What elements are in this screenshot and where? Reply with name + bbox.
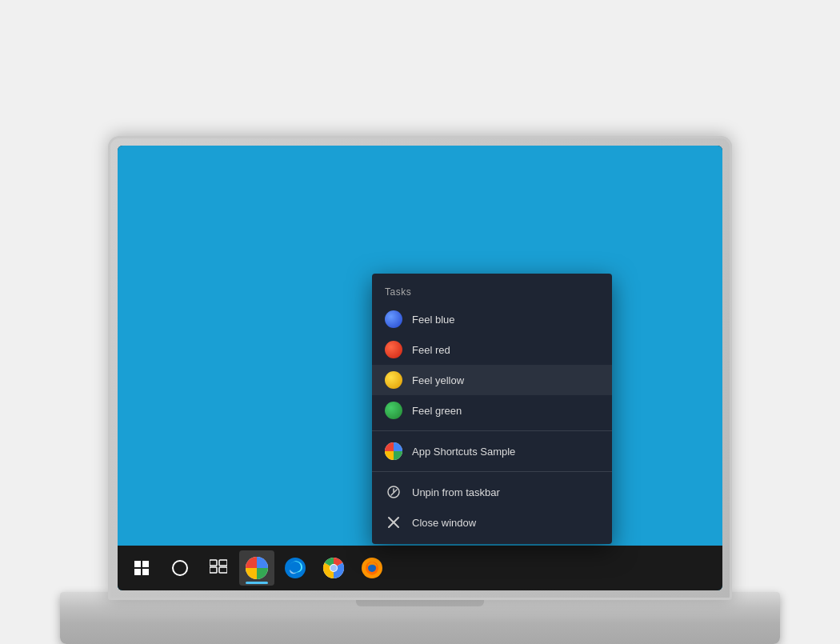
menu-item-close-window[interactable]: Close window xyxy=(372,507,612,538)
firefox-icon xyxy=(361,557,383,579)
chrome-icon xyxy=(322,557,345,579)
svg-rect-8 xyxy=(219,560,227,566)
taskbar-app-shortcuts-button[interactable] xyxy=(239,550,274,586)
feel-blue-label: Feel blue xyxy=(412,314,454,326)
unpin-icon xyxy=(385,483,402,501)
context-menu-section-label: Tasks xyxy=(372,283,612,304)
menu-divider-1 xyxy=(372,430,612,431)
svg-rect-9 xyxy=(219,567,227,573)
menu-item-unpin[interactable]: Unpin from taskbar xyxy=(372,477,612,507)
feel-yellow-label: Feel yellow xyxy=(412,374,464,386)
taskbar-firefox-button[interactable] xyxy=(354,550,390,586)
screen-bezel: Tasks Feel blue Feel red Feel yellow xyxy=(118,146,722,590)
menu-item-feel-green[interactable]: Feel green xyxy=(372,395,612,426)
taskbar-search-button[interactable] xyxy=(162,550,198,586)
feel-green-icon xyxy=(385,402,402,419)
close-window-icon xyxy=(385,514,402,531)
feel-red-icon xyxy=(385,341,402,358)
feel-blue-icon xyxy=(385,310,402,328)
taskbar-edge-button[interactable] xyxy=(278,550,313,586)
windows-logo-icon xyxy=(134,561,149,575)
menu-item-feel-yellow[interactable]: Feel yellow xyxy=(372,365,612,395)
search-circle-icon xyxy=(172,560,188,576)
app-shortcuts-label: App Shortcuts Sample xyxy=(412,446,515,458)
feel-yellow-icon xyxy=(385,371,402,389)
taskbar xyxy=(118,546,722,590)
laptop-lid: Tasks Feel blue Feel red Feel yellow xyxy=(108,136,732,600)
task-view-icon xyxy=(210,559,227,577)
svg-rect-6 xyxy=(210,560,217,566)
svg-point-11 xyxy=(285,558,306,578)
desktop: Tasks Feel blue Feel red Feel yellow xyxy=(118,146,722,590)
svg-rect-7 xyxy=(210,567,217,573)
menu-item-app-shortcuts[interactable]: App Shortcuts Sample xyxy=(372,436,612,466)
app-shortcuts-taskbar-icon xyxy=(245,556,269,580)
unpin-label: Unpin from taskbar xyxy=(412,486,500,498)
feel-red-label: Feel red xyxy=(412,344,450,356)
taskbar-start-button[interactable] xyxy=(124,550,159,586)
edge-icon xyxy=(284,557,306,579)
taskbar-chrome-button[interactable] xyxy=(316,550,351,586)
context-menu: Tasks Feel blue Feel red Feel yellow xyxy=(372,274,612,544)
menu-item-feel-red[interactable]: Feel red xyxy=(372,334,612,365)
menu-divider-2 xyxy=(372,471,612,472)
feel-green-label: Feel green xyxy=(412,405,462,417)
taskbar-taskview-button[interactable] xyxy=(201,550,236,586)
svg-point-14 xyxy=(330,565,337,571)
app-shortcuts-pie-icon xyxy=(385,442,402,460)
menu-item-feel-blue[interactable]: Feel blue xyxy=(372,304,612,334)
close-window-label: Close window xyxy=(412,517,476,529)
